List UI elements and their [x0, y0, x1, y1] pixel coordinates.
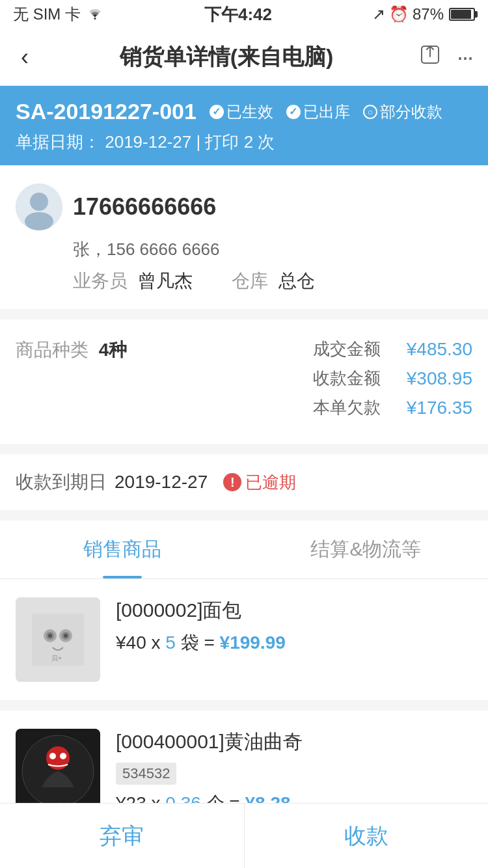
product-type-info: 商品种类 4种: [16, 338, 127, 362]
svg-point-11: [64, 634, 68, 638]
product-qty-1: 5: [165, 632, 176, 653]
debt-row: 本单欠款 ¥176.35: [313, 396, 472, 419]
debt-value: ¥176.35: [407, 398, 472, 418]
customer-section: 17666666666 张，156 6666 6666 业务员 曾凡杰 仓库 总…: [0, 165, 488, 309]
status-carrier: 无 SIM 卡: [13, 4, 104, 25]
status-time: 下午4:42: [204, 3, 272, 26]
svg-point-3: [30, 193, 48, 211]
product-tag-2: 534532: [116, 763, 176, 785]
clock-icon: ○: [363, 105, 377, 119]
product-unit-1: 袋: [181, 632, 199, 653]
nav-actions: ···: [419, 44, 472, 71]
amount-value: ¥485.30: [407, 339, 472, 360]
status-bar: 无 SIM 卡 下午4:42 ↗ ⏰ 87%: [0, 0, 488, 29]
type-value: 4种: [99, 340, 128, 360]
date-label: 单据日期：: [16, 132, 100, 152]
product-price-row-1: ¥40 x 5 袋 = ¥199.99: [116, 631, 472, 655]
customer-phone: 17666666666: [73, 193, 216, 221]
tab-products[interactable]: 销售商品: [0, 521, 244, 578]
salesman-value: 曾凡杰: [138, 271, 193, 291]
product-thumbnail-1: 贝+: [16, 597, 100, 682]
product-info-1: [0000002]面包 ¥40 x 5 袋 = ¥199.99: [116, 597, 472, 655]
order-date: 2019-12-27: [105, 132, 191, 152]
received-label: 收款金额: [313, 367, 381, 390]
salesman-label: 业务员: [73, 271, 128, 291]
amount-row: 成交金额 ¥485.30: [313, 338, 472, 360]
tabs-row: 销售商品 结算&物流等: [0, 521, 488, 579]
status-badge-shipped: ✓ 已出库: [286, 102, 350, 122]
page-title: 销货单详情(来自电脑): [120, 42, 334, 72]
warehouse-label: 仓库: [232, 271, 268, 291]
warehouse-value: 总仓: [278, 271, 315, 291]
bottom-bar: 弃审 收款: [0, 803, 488, 868]
battery-percentage: 87%: [413, 5, 444, 23]
type-label: 商品种类: [16, 340, 88, 360]
customer-meta: 业务员 曾凡杰 仓库 总仓: [73, 269, 472, 293]
collect-payment-button[interactable]: 收款: [245, 804, 489, 868]
check-icon: ✓: [210, 105, 224, 119]
tab-settlement[interactable]: 结算&物流等: [244, 521, 488, 578]
product-name-2: [000400001]黄油曲奇: [116, 729, 472, 755]
warehouse-info: 仓库 总仓: [232, 269, 315, 293]
order-banner: SA-20191227-001 ✓ 已生效 ✓ 已出库 ○ 部分收款 单据日期：…: [0, 86, 488, 165]
product-price-1: ¥40: [116, 632, 146, 653]
product-list: 贝+ [0000002]面包 ¥40 x 5 袋 = ¥199.99: [0, 579, 488, 834]
overdue-dot-icon: !: [223, 473, 241, 491]
svg-point-4: [25, 212, 53, 230]
alarm-icon: ⏰: [389, 5, 409, 23]
check-icon-2: ✓: [286, 105, 301, 119]
location-icon: ↗: [372, 5, 385, 23]
svg-point-10: [48, 634, 52, 638]
overdue-section: 收款到期日 2019-12-27 ! 已逾期: [0, 454, 488, 510]
battery-icon: [449, 8, 475, 21]
debt-label: 本单欠款: [313, 396, 381, 419]
svg-point-0: [94, 18, 96, 20]
more-icon[interactable]: ···: [457, 44, 472, 71]
print-info: | 打印 2 次: [196, 132, 275, 152]
tabs-section: 销售商品 结算&物流等: [0, 521, 488, 579]
abandon-review-button[interactable]: 弃审: [0, 804, 245, 868]
financial-stats: 成交金额 ¥485.30 收款金额 ¥308.95 本单欠款 ¥176.35: [313, 338, 472, 426]
order-date-row: 单据日期： 2019-12-27 | 打印 2 次: [16, 131, 472, 154]
order-id: SA-20191227-001: [16, 99, 197, 124]
product-multiply-1: x: [152, 632, 166, 653]
back-button[interactable]: ‹: [16, 38, 34, 76]
svg-point-16: [49, 753, 56, 759]
received-value: ¥308.95: [407, 368, 472, 389]
status-badge-effective: ✓ 已生效: [210, 102, 273, 122]
carrier-text: 无 SIM 卡: [13, 4, 81, 25]
share-icon[interactable]: [419, 44, 441, 70]
status-right: ↗ ⏰ 87%: [372, 5, 475, 23]
svg-text:贝+: 贝+: [51, 655, 62, 662]
svg-point-17: [60, 753, 66, 759]
overdue-badge: ! 已逾期: [223, 471, 296, 494]
nav-bar: ‹ 销货单详情(来自电脑) ···: [0, 29, 488, 86]
salesman-info: 业务员 曾凡杰: [73, 269, 193, 293]
received-row: 收款金额 ¥308.95: [313, 367, 472, 390]
list-item: 贝+ [0000002]面包 ¥40 x 5 袋 = ¥199.99: [0, 579, 488, 700]
overdue-text: 已逾期: [245, 471, 296, 494]
stats-section: 商品种类 4种 成交金额 ¥485.30 收款金额 ¥308.95 本单欠款 ¥…: [0, 319, 488, 444]
amount-label: 成交金额: [313, 338, 381, 360]
product-name-1: [0000002]面包: [116, 597, 472, 624]
customer-name-phone: 张，156 6666 6666: [73, 238, 472, 261]
product-equals-1: =: [204, 632, 219, 653]
overdue-label: 收款到期日: [16, 470, 107, 495]
avatar: [16, 183, 62, 230]
overdue-date: 2019-12-27: [115, 472, 208, 493]
status-badge-partial: ○ 部分收款: [363, 102, 442, 122]
wifi-icon: [86, 5, 104, 23]
product-thumbnail-2: diamond whale: [16, 729, 100, 813]
product-total-1: ¥199.99: [220, 632, 286, 653]
